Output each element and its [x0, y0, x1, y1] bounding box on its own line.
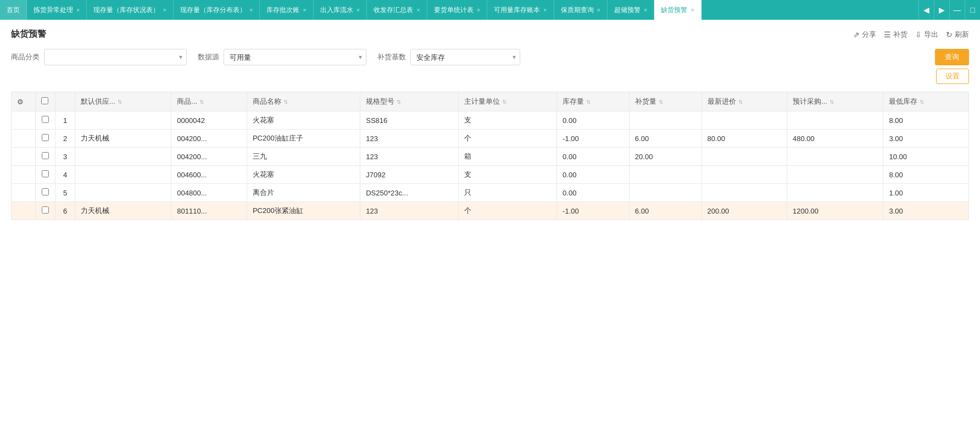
row-product-name-1: 火花塞: [247, 111, 360, 130]
replenish-button[interactable]: ☰ 补货: [884, 30, 907, 40]
tab-close-exception[interactable]: ×: [76, 7, 80, 13]
tab-close-receive-summary[interactable]: ×: [416, 7, 420, 13]
main-content: 缺货预警 ⇗ 分享 ☰ 补货 ⇩ 导出 ↻ 刷新 商品分类: [0, 20, 980, 437]
data-table: ⚙ 默认供应... ⇅ 商品... ⇅: [11, 92, 969, 220]
row-checkbox-4[interactable]: [42, 170, 49, 177]
category-select-wrapper: [44, 49, 187, 65]
select-all-checkbox[interactable]: [41, 97, 48, 104]
table-header: ⚙ 默认供应... ⇅ 商品... ⇅: [12, 92, 969, 111]
row-replenish-qty-2: 6.00: [629, 130, 701, 148]
replenish-base-filter-group: 补货基数 安全库存 最低库存: [377, 49, 520, 65]
col-header-unit[interactable]: 主计量单位 ⇅: [458, 92, 556, 111]
tab-label-home: 首页: [7, 5, 20, 15]
tab-close-shortage[interactable]: ×: [691, 7, 694, 13]
filter-bar: 商品分类 数据源 可用量 库存量 补货基数 安全库存: [11, 49, 969, 84]
row-checkbox-cell: [36, 184, 55, 202]
row-spec-6: 123: [360, 202, 459, 220]
col-header-spec[interactable]: 规格型号 ⇅: [360, 92, 459, 111]
row-latest-price-4: [701, 166, 787, 184]
table-row: 2 力天机械 004200... PC200油缸庄子 123 个 -1.00 6…: [12, 130, 969, 148]
tab-close-expiry-query[interactable]: ×: [597, 7, 600, 13]
tab-close-inventory-status[interactable]: ×: [163, 7, 166, 13]
row-replenish-qty-5: [629, 184, 701, 202]
row-unit-4: 支: [458, 166, 556, 184]
tab-inventory-status[interactable]: 现存量（库存状况表）×: [87, 0, 173, 20]
sort-product-name-icon: ⇅: [283, 99, 288, 105]
row-min-stock-1: 8.00: [883, 111, 969, 130]
tab-close-available-ledger[interactable]: ×: [543, 7, 547, 13]
row-checkbox-1[interactable]: [42, 116, 49, 123]
tab-batch-account[interactable]: 库存批次账×: [260, 0, 313, 20]
export-button[interactable]: ⇩ 导出: [915, 30, 938, 40]
tab-label-available-ledger: 可用量库存账本: [494, 5, 540, 15]
row-latest-price-2: 80.00: [701, 130, 787, 148]
col-header-product-code[interactable]: 商品... ⇅: [171, 92, 247, 111]
tab-expiry-query[interactable]: 保质期查询×: [554, 0, 608, 20]
tab-receive-summary[interactable]: 收发存汇总表×: [367, 0, 427, 20]
col-header-gear[interactable]: ⚙: [12, 92, 36, 111]
tab-inout-flow[interactable]: 出入库流水×: [314, 0, 367, 20]
row-spec-1: SS816: [360, 111, 459, 130]
tab-shortage[interactable]: 缺货预警×: [654, 0, 701, 20]
row-latest-price-5: [701, 184, 787, 202]
tab-label-inventory-dist: 现存量（库存分布表）: [180, 5, 246, 15]
category-filter-group: 商品分类: [11, 49, 187, 65]
tab-demand-stat[interactable]: 要货单统计表×: [427, 0, 487, 20]
row-product-name-4: 火花塞: [247, 166, 360, 184]
tab-home[interactable]: 首页: [0, 0, 27, 20]
row-checkbox-5[interactable]: [42, 188, 49, 195]
col-header-est-purchase[interactable]: 预计采购... ⇅: [787, 92, 883, 111]
row-replenish-qty-1: [629, 111, 701, 130]
tab-available-ledger[interactable]: 可用量库存账本×: [487, 0, 554, 20]
row-checkbox-3[interactable]: [42, 152, 49, 159]
col-header-supplier[interactable]: 默认供应... ⇅: [75, 92, 171, 111]
share-button[interactable]: ⇗ 分享: [853, 30, 876, 40]
share-icon: ⇗: [853, 30, 860, 39]
sort-spec-icon: ⇅: [397, 99, 401, 105]
col-header-product-name[interactable]: 商品名称 ⇅: [247, 92, 360, 111]
col-header-latest-price[interactable]: 最新进价 ⇅: [701, 92, 787, 111]
tab-close-inventory-dist[interactable]: ×: [249, 7, 253, 13]
col-header-replenish-qty[interactable]: 补货量 ⇅: [629, 92, 701, 111]
category-select[interactable]: [44, 49, 187, 65]
tab-close-inout-flow[interactable]: ×: [357, 7, 360, 13]
tab-minimize-btn[interactable]: —: [949, 0, 965, 20]
row-gear-cell: [12, 130, 36, 148]
row-stock-5: 0.00: [557, 184, 630, 202]
header-actions: ⇗ 分享 ☰ 补货 ⇩ 导出 ↻ 刷新: [853, 30, 969, 40]
tab-overstock[interactable]: 超储预警×: [608, 0, 654, 20]
row-unit-2: 个: [458, 130, 556, 148]
row-stock-4: 0.00: [557, 166, 630, 184]
datasource-select[interactable]: 可用量 库存量: [224, 49, 366, 65]
row-num-6: 6: [55, 202, 75, 220]
col-header-num: [55, 92, 75, 111]
refresh-button[interactable]: ↻ 刷新: [946, 30, 969, 40]
replenish-base-select[interactable]: 安全库存 最低库存: [410, 49, 520, 65]
tab-maximize-btn[interactable]: □: [965, 0, 980, 20]
row-checkbox-2[interactable]: [42, 134, 49, 141]
sort-replenish-qty-icon: ⇅: [659, 99, 663, 105]
page-title: 缺货预警: [11, 29, 46, 40]
row-checkbox-6[interactable]: [42, 206, 49, 214]
tab-prev-btn[interactable]: ◀: [918, 0, 934, 20]
tab-close-demand-stat[interactable]: ×: [477, 7, 480, 13]
tab-close-overstock[interactable]: ×: [644, 7, 647, 13]
row-checkbox-cell: [36, 148, 55, 166]
row-stock-6: -1.00: [557, 202, 630, 220]
replenish-icon: ☰: [884, 30, 891, 39]
row-product-name-6: PC200张紧油缸: [247, 202, 360, 220]
tab-inventory-dist[interactable]: 现存量（库存分布表）×: [174, 0, 260, 20]
tab-close-batch-account[interactable]: ×: [303, 7, 306, 13]
col-header-min-stock[interactable]: 最低库存 ⇅: [883, 92, 969, 111]
datasource-filter-group: 数据源 可用量 库存量: [198, 49, 366, 65]
replenish-base-label: 补货基数: [377, 52, 406, 62]
gear-icon[interactable]: ⚙: [17, 98, 24, 106]
tab-exception[interactable]: 拣货异常处理×: [27, 0, 87, 20]
query-button[interactable]: 查询: [935, 49, 969, 65]
row-unit-3: 箱: [458, 148, 556, 166]
settings-button[interactable]: 设置: [936, 69, 969, 84]
tab-next-btn[interactable]: ▶: [934, 0, 949, 20]
col-header-stock[interactable]: 库存量 ⇅: [557, 92, 630, 111]
row-gear-cell: [12, 111, 36, 130]
row-spec-5: DS250*23c...: [360, 184, 459, 202]
